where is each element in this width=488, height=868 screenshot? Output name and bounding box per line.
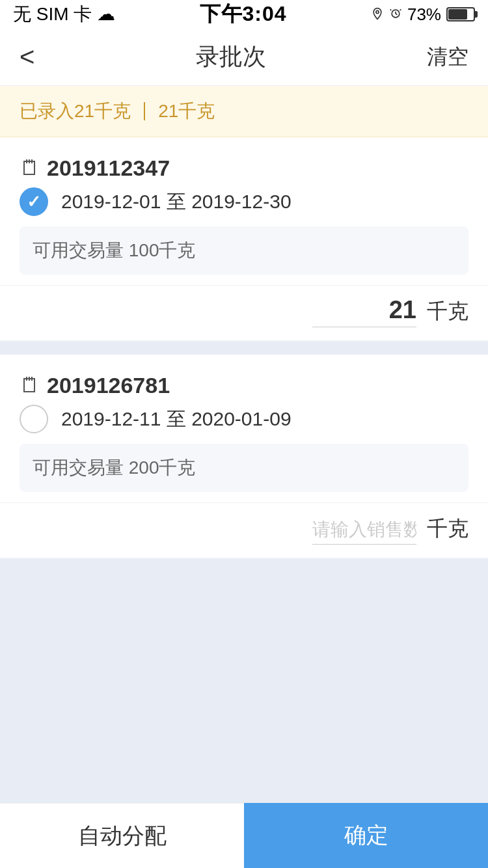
batch-card-2: 🗒 2019126781 2019-12-11 至 2020-01-09 可用交… (0, 355, 488, 558)
availability-text-1: 可用交易量 100千克 (33, 240, 196, 260)
svg-line-3 (396, 14, 398, 15)
svg-point-0 (376, 10, 379, 13)
location-icon (371, 5, 384, 25)
sim-label: 无 SIM 卡 ☁ (13, 2, 115, 27)
auto-distribute-button[interactable]: 自动分配 (0, 803, 244, 868)
clear-button[interactable]: 清空 (427, 43, 468, 72)
nav-bar: < 录批次 清空 (0, 29, 488, 86)
status-right: 73% (371, 5, 475, 25)
batch-doc-icon-2: 🗒 (20, 373, 40, 398)
status-bar: 无 SIM 卡 ☁ 下午3:04 73% (0, 0, 488, 29)
batch-date-row-1[interactable]: 2019-12-01 至 2019-12-30 (0, 187, 488, 226)
info-divider (144, 102, 145, 120)
battery-icon (446, 7, 475, 21)
availability-box-2: 可用交易量 200千克 (20, 444, 468, 492)
batch-date-row-2[interactable]: 2019-12-11 至 2020-01-09 (0, 405, 488, 444)
quantity-input-wrapper-2[interactable] (312, 513, 416, 545)
total-label: 21千克 (158, 99, 215, 124)
unit-label-1: 千克 (427, 297, 468, 326)
batch-radio-2[interactable] (20, 405, 48, 433)
alarm-icon (389, 5, 402, 25)
quantity-input-wrapper-1[interactable] (312, 296, 416, 327)
batch-dates-2: 2019-12-11 至 2020-01-09 (61, 406, 291, 433)
bottom-bar: 自动分配 确定 (0, 803, 488, 868)
confirm-button[interactable]: 确定 (244, 803, 488, 868)
quantity-row-1[interactable]: 千克 (0, 285, 488, 340)
info-banner: 已录入21千克 21千克 (0, 86, 488, 137)
unit-label-2: 千克 (427, 515, 468, 543)
batch-id-2: 2019126781 (47, 373, 170, 398)
quantity-input-2[interactable] (312, 513, 416, 541)
status-left: 无 SIM 卡 ☁ (13, 2, 115, 27)
quantity-row-2[interactable]: 千克 (0, 502, 488, 558)
quantity-input-1[interactable] (312, 296, 416, 324)
batch-dates-1: 2019-12-01 至 2019-12-30 (61, 189, 291, 215)
page-title: 录批次 (196, 41, 266, 73)
section-separator (0, 342, 488, 355)
batch-doc-icon-1: 🗒 (20, 156, 40, 180)
status-time: 下午3:04 (200, 0, 287, 29)
battery-percent: 73% (407, 5, 441, 25)
batch-header-2: 🗒 2019126781 (0, 355, 488, 405)
empty-area (0, 559, 488, 819)
batch-id-1: 2019112347 (47, 156, 170, 181)
batch-radio-1[interactable] (20, 187, 48, 216)
batch-header-1: 🗒 2019112347 (0, 137, 488, 187)
availability-box-1: 可用交易量 100千克 (20, 226, 468, 275)
back-button[interactable]: < (20, 42, 34, 72)
entered-label: 已录入21千克 (20, 99, 131, 124)
availability-text-2: 可用交易量 200千克 (33, 457, 196, 478)
batch-card-1: 🗒 2019112347 2019-12-01 至 2019-12-30 可用交… (0, 137, 488, 340)
